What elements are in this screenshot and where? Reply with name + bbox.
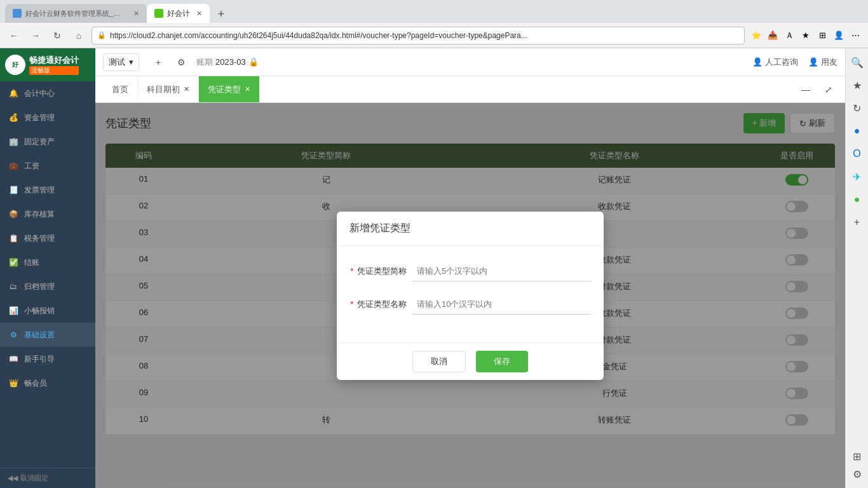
sidebar-item-member[interactable]: 👑 畅会员 xyxy=(0,371,95,395)
name-input[interactable] xyxy=(412,294,591,315)
unpin-label: 取消固定 xyxy=(20,473,48,483)
sidebar-item-report[interactable]: 📊 小畅报销 xyxy=(0,299,95,323)
ext-4[interactable]: ★ xyxy=(798,28,813,43)
save-button[interactable]: 保存 xyxy=(476,351,528,372)
ext-2[interactable]: 📥 xyxy=(765,28,780,43)
sidebar-item-inventory[interactable]: 📦 库存核算 xyxy=(0,202,95,226)
period-info: 账期 2023-03 🔒 xyxy=(196,57,259,68)
sidebar-label-report: 小畅报销 xyxy=(24,306,55,316)
sidebar-label-archive: 归档管理 xyxy=(24,281,55,292)
address-bar: ← → ↻ ⌂ 🔒 https://cloud2.chanjet.com/acc… xyxy=(0,23,868,48)
checkout-icon: ✅ xyxy=(8,257,19,268)
sidebar-label-capital: 资金管理 xyxy=(24,112,55,123)
sidebar-item-guide[interactable]: 📖 新手引导 xyxy=(0,347,95,371)
tab-subject-close[interactable]: ✕ xyxy=(184,85,189,93)
short-input[interactable] xyxy=(412,261,591,281)
right-panel: 🔍 ★ ↻ ● O ✈ ● + ⊞ ⚙ xyxy=(845,48,868,488)
tab-subject-label: 科目期初 xyxy=(147,84,180,95)
tab-home[interactable]: 首页 xyxy=(103,76,138,102)
salary-icon: 💼 xyxy=(8,160,19,172)
right-refresh-button[interactable]: ↻ xyxy=(848,99,866,117)
sidebar-label-invoice: 发票管理 xyxy=(24,185,55,196)
refresh-button[interactable]: ↻ xyxy=(48,27,66,44)
right-panel-bottom: ⊞ ⚙ xyxy=(848,447,866,483)
page-tab-nav: 首页 科目期初 ✕ 凭证类型 ✕ — ⤢ xyxy=(95,76,845,103)
unpin-icon: ◀◀ xyxy=(8,474,18,482)
logo-title: 畅捷通好会计 xyxy=(29,55,79,66)
app-container: 好 畅捷通好会计 流畅版 🔔 会计中心 💰 资金管理 🏢 固定资产 💼 工资 xyxy=(0,48,868,488)
ext-6[interactable]: 👤 xyxy=(831,28,846,43)
address-input[interactable]: 🔒 https://cloud2.chanjet.com/accounting/… xyxy=(92,27,745,44)
logo-icon: 好 xyxy=(5,55,25,75)
form-row-short: * 凭证类型简称 xyxy=(349,261,591,281)
cancel-button[interactable]: 取消 xyxy=(412,351,466,372)
right-add-button[interactable]: + xyxy=(848,214,866,231)
new-tab-button[interactable]: + xyxy=(212,5,230,23)
archive-icon: 🗂 xyxy=(8,281,19,292)
tab-close-2[interactable]: ✕ xyxy=(196,10,202,18)
right-outlook-button[interactable]: O xyxy=(848,145,866,163)
settings-button[interactable]: ⚙ xyxy=(172,53,190,71)
sidebar-item-notification[interactable]: 🔔 会计中心 xyxy=(0,81,95,105)
browser-tab-1[interactable]: 好会计云财务软件管理系统_会计 ✕ xyxy=(5,4,147,23)
sidebar-item-checkout[interactable]: ✅ 结账 xyxy=(0,250,95,274)
sidebar-item-tax[interactable]: 📋 税务管理 xyxy=(0,226,95,250)
sidebar-label-tax: 税务管理 xyxy=(24,233,55,244)
home-button[interactable]: ⌂ xyxy=(70,27,88,44)
report-icon: 📊 xyxy=(8,305,19,316)
right-grid-button[interactable]: ⊞ xyxy=(848,447,866,465)
dialog-overlay: 新增凭证类型 * 凭证类型简称 * xyxy=(95,103,845,488)
sidebar-item-settings[interactable]: ⚙ 基础设置 xyxy=(0,323,95,347)
tab-close-1[interactable]: ✕ xyxy=(133,10,139,18)
right-green-button[interactable]: ● xyxy=(848,191,866,208)
browser-menu[interactable]: ⋯ xyxy=(848,28,863,43)
app-bar-actions: + ⚙ xyxy=(149,53,190,71)
guide-icon: 📖 xyxy=(8,353,19,365)
name-label: * 凭证类型名称 xyxy=(349,299,407,310)
ext-1[interactable]: ⭐ xyxy=(749,28,764,43)
forward-button[interactable]: → xyxy=(27,27,44,44)
tab-voucher[interactable]: 凭证类型 ✕ xyxy=(199,76,260,102)
sidebar: 好 畅捷通好会计 流畅版 🔔 会计中心 💰 资金管理 🏢 固定资产 💼 工资 xyxy=(0,48,95,488)
right-settings-button[interactable]: ⚙ xyxy=(848,465,866,483)
browser-tab-2[interactable]: 好会计 ✕ xyxy=(147,4,210,23)
tab-expand-button[interactable]: ⤢ xyxy=(820,81,837,98)
sidebar-item-invoice[interactable]: 🧾 发票管理 xyxy=(0,178,95,202)
sidebar-label-asset: 固定资产 xyxy=(24,137,55,147)
sidebar-item-capital[interactable]: 💰 资金管理 xyxy=(0,105,95,130)
workspace-dropdown-icon: ▾ xyxy=(129,57,133,67)
workspace-selector[interactable]: 测试 ▾ xyxy=(103,53,139,71)
dialog-footer: 取消 保存 xyxy=(337,342,604,380)
period-value: 2023-03 xyxy=(215,57,246,67)
add-workspace-button[interactable]: + xyxy=(149,53,167,71)
tab-voucher-close[interactable]: ✕ xyxy=(245,85,250,93)
unpin-button[interactable]: ◀◀ 取消固定 xyxy=(0,468,95,488)
sidebar-logo[interactable]: 好 畅捷通好会计 流畅版 xyxy=(0,48,95,81)
support-button[interactable]: 👤 人工咨询 xyxy=(752,57,798,68)
sidebar-label-salary: 工资 xyxy=(24,161,39,172)
sidebar-item-asset[interactable]: 🏢 固定资产 xyxy=(0,130,95,154)
tab-subject[interactable]: 科目期初 ✕ xyxy=(138,76,199,102)
sidebar-item-salary[interactable]: 💼 工资 xyxy=(0,154,95,178)
user-avatar-icon: 👤 xyxy=(808,57,818,67)
asset-icon: 🏢 xyxy=(8,136,19,147)
sidebar-item-archive[interactable]: 🗂 归档管理 xyxy=(0,274,95,299)
extension-icons: ⭐ 📥 Ａ ★ ⊞ 👤 ⋯ xyxy=(749,28,863,43)
tab-minimize-button[interactable]: — xyxy=(797,81,815,98)
app-bar: 测试 ▾ + ⚙ 账期 2023-03 🔒 👤 人工咨询 👤 用友 xyxy=(95,48,845,76)
sidebar-label-notification: 会计中心 xyxy=(24,88,55,99)
add-voucher-dialog: 新增凭证类型 * 凭证类型简称 * xyxy=(337,212,604,380)
right-blue-button[interactable]: ● xyxy=(848,122,866,140)
right-search-button[interactable]: 🔍 xyxy=(848,53,866,71)
right-send-button[interactable]: ✈ xyxy=(848,168,866,186)
user-button[interactable]: 👤 用友 xyxy=(808,57,837,68)
right-star-button[interactable]: ★ xyxy=(848,76,866,94)
ext-5[interactable]: ⊞ xyxy=(815,28,830,43)
lock-icon: 🔒 xyxy=(97,31,106,39)
sidebar-label-checkout: 结账 xyxy=(24,257,39,268)
ext-3[interactable]: Ａ xyxy=(782,28,797,43)
support-label: 人工咨询 xyxy=(765,57,798,68)
user-label: 用友 xyxy=(821,57,837,68)
back-button[interactable]: ← xyxy=(5,27,23,44)
settings-icon: ⚙ xyxy=(8,329,19,341)
